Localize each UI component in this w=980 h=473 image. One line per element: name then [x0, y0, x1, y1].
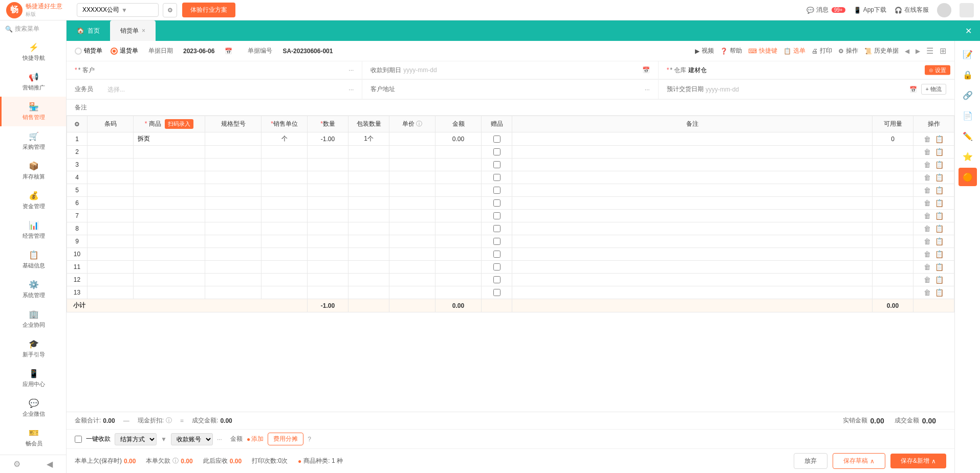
view-list-icon[interactable]: ☰	[926, 46, 933, 56]
delete-row-btn-1[interactable]: 🗑	[924, 148, 931, 156]
cell-remarks-0[interactable]	[512, 132, 873, 146]
cell-product-5[interactable]	[134, 197, 205, 210]
cell-spec-2[interactable]	[205, 159, 262, 171]
scan-barcode-btn[interactable]: 扫码录入	[165, 119, 193, 129]
app-download-btn[interactable]: 📱 App下载	[854, 6, 886, 14]
expected-date-calendar-icon[interactable]: 📅	[909, 86, 917, 93]
cell-remarks-7[interactable]	[512, 222, 873, 235]
sidebar-item-finance[interactable]: 💰 资金管理	[0, 186, 66, 215]
message-btn[interactable]: 💬 消息 99+	[807, 6, 845, 14]
cell-barcode-3[interactable]	[88, 171, 134, 184]
cell-spec-8[interactable]	[205, 235, 262, 248]
cell-product-3[interactable]	[134, 171, 205, 184]
staff-select-icon[interactable]: ···	[349, 86, 354, 93]
tab-close-icon[interactable]: ×	[142, 27, 145, 34]
cell-gift-8[interactable]	[482, 235, 512, 248]
cell-spec-9[interactable]	[205, 248, 262, 261]
sidebar-item-quick-nav[interactable]: ⚡ 快捷导航	[0, 37, 66, 67]
video-help-btn[interactable]: ▶ 视频	[695, 47, 714, 55]
calendar-icon[interactable]: 📅	[225, 48, 232, 55]
delete-row-btn-0[interactable]: 🗑	[924, 135, 931, 143]
copy-row-btn-3[interactable]: 📋	[935, 173, 944, 182]
cell-gift-6[interactable]	[482, 210, 512, 222]
cell-barcode-5[interactable]	[88, 197, 134, 210]
delete-row-btn-11[interactable]: 🗑	[924, 276, 931, 284]
cell-spec-5[interactable]	[205, 197, 262, 210]
one-click-payment-checkbox[interactable]	[75, 436, 82, 443]
shortcut-btn[interactable]: ⌨ 快捷键	[748, 47, 777, 55]
customer-select-icon[interactable]: ···	[349, 66, 354, 74]
cell-remarks-2[interactable]	[512, 159, 873, 171]
settings-icon-btn[interactable]: ⚙	[163, 3, 177, 17]
cell-gift-9[interactable]	[482, 248, 512, 261]
cell-barcode-4[interactable]	[88, 184, 134, 197]
nav-prev-icon[interactable]: ◀	[905, 48, 909, 55]
discount-info-icon[interactable]: ⓘ	[166, 416, 172, 425]
cell-gift-4[interactable]	[482, 184, 512, 197]
customer-addr-input[interactable]	[401, 85, 642, 94]
price-info-icon[interactable]: ⓘ	[416, 120, 422, 127]
payment-method-select[interactable]: 结算方式	[115, 433, 157, 445]
right-panel-link-btn[interactable]: 🔗	[959, 86, 977, 104]
cell-gift-7[interactable]	[482, 222, 512, 235]
cell-gift-3[interactable]	[482, 171, 512, 184]
trial-button[interactable]: 体验行业方案	[182, 3, 235, 17]
cell-gift-12[interactable]	[482, 286, 512, 299]
view-grid-icon[interactable]: ⊞	[940, 46, 946, 56]
cell-spec-11[interactable]	[205, 274, 262, 286]
select-order-btn[interactable]: 📋 选单	[783, 47, 805, 55]
staff-input[interactable]	[105, 85, 346, 94]
close-all-tabs-btn[interactable]: ✕	[965, 26, 980, 36]
nav-next-icon[interactable]: ▶	[916, 48, 920, 55]
cell-barcode-0[interactable]	[88, 132, 134, 146]
copy-row-btn-8[interactable]: 📋	[935, 237, 944, 245]
cell-product-1[interactable]	[134, 146, 205, 159]
copy-row-btn-10[interactable]: 📋	[935, 263, 944, 271]
history-orders-btn[interactable]: 📜 历史单据	[864, 47, 899, 55]
sidebar-item-enterprise[interactable]: 🏢 企业协同	[0, 304, 66, 334]
cell-barcode-2[interactable]	[88, 159, 134, 171]
tab-sales-order[interactable]: 销货单 ×	[110, 20, 156, 41]
right-panel-star-btn[interactable]: ⭐	[959, 147, 977, 166]
cell-product-2[interactable]	[134, 159, 205, 171]
cell-gift-2[interactable]	[482, 159, 512, 171]
cell-product-12[interactable]	[134, 286, 205, 299]
cell-spec-7[interactable]	[205, 222, 262, 235]
set-button[interactable]: ⊙ 设置	[925, 65, 950, 75]
sidebar-item-guide[interactable]: 🎓 新手引导	[0, 334, 66, 364]
copy-row-btn-12[interactable]: 📋	[935, 288, 944, 297]
right-panel-lock-btn[interactable]: 🔒	[959, 65, 977, 84]
radio-return-order[interactable]: 退货单	[111, 47, 138, 55]
cell-remarks-12[interactable]	[512, 286, 873, 299]
cell-product-11[interactable]	[134, 274, 205, 286]
cell-gift-10[interactable]	[482, 261, 512, 274]
sidebar-item-sales[interactable]: 🏪 销售管理	[0, 97, 66, 126]
sidebar-item-inventory[interactable]: 📦 库存核算	[0, 156, 66, 186]
copy-row-btn-2[interactable]: 📋	[935, 161, 944, 169]
cell-product-4[interactable]	[134, 184, 205, 197]
tab-home[interactable]: 🏠 首页	[67, 20, 110, 41]
cell-remarks-4[interactable]	[512, 184, 873, 197]
cell-spec-4[interactable]	[205, 184, 262, 197]
delete-row-btn-3[interactable]: 🗑	[924, 173, 931, 182]
cell-spec-3[interactable]	[205, 171, 262, 184]
sidebar-item-basics[interactable]: 📋 基础信息	[0, 245, 66, 275]
copy-row-btn-5[interactable]: 📋	[935, 199, 944, 207]
cell-spec-12[interactable]	[205, 286, 262, 299]
cell-product-9[interactable]	[134, 248, 205, 261]
cell-barcode-6[interactable]	[88, 210, 134, 222]
cell-barcode-7[interactable]	[88, 222, 134, 235]
delete-row-btn-12[interactable]: 🗑	[924, 288, 931, 297]
cell-barcode-9[interactable]	[88, 248, 134, 261]
logistics-button[interactable]: + 物流	[921, 84, 946, 95]
copy-row-btn-7[interactable]: 📋	[935, 224, 944, 233]
notes-input[interactable]	[105, 103, 946, 112]
cell-remarks-6[interactable]	[512, 210, 873, 222]
copy-row-btn-9[interactable]: 📋	[935, 250, 944, 258]
cell-spec-1[interactable]	[205, 146, 262, 159]
delete-row-btn-2[interactable]: 🗑	[924, 161, 931, 169]
sidebar-item-marketing[interactable]: 📢 营销推广	[0, 67, 66, 97]
expense-split-btn[interactable]: 费用分摊	[268, 433, 303, 445]
customer-input[interactable]	[95, 65, 347, 75]
delete-row-btn-6[interactable]: 🗑	[924, 212, 931, 220]
